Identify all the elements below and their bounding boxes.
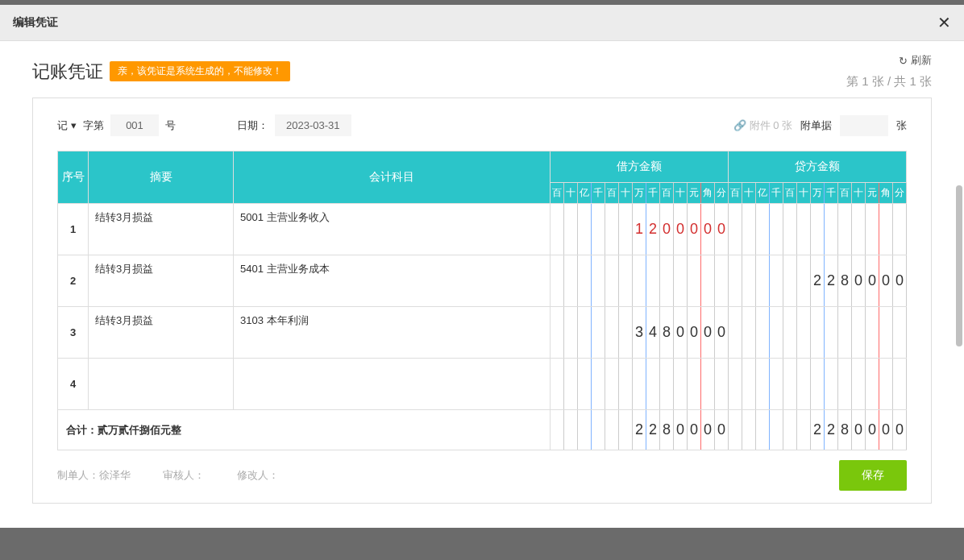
digit-cell[interactable] [838,204,852,255]
digit-cell[interactable] [688,255,701,307]
digit-cell[interactable]: 0 [674,307,688,359]
digit-cell[interactable]: 3 [633,307,646,359]
digit-cell[interactable]: 8 [838,255,852,307]
digit-cell[interactable] [893,204,907,255]
digit-cell[interactable] [783,255,797,307]
digit-cell[interactable] [551,359,564,410]
digit-cell[interactable] [646,359,660,410]
digit-cell[interactable] [756,410,770,450]
digit-cell[interactable] [825,307,838,359]
digit-cell[interactable]: 2 [825,255,838,307]
digit-cell[interactable]: 2 [646,204,660,255]
digit-cell[interactable] [838,307,852,359]
digit-cell[interactable] [578,307,592,359]
row-summary[interactable]: 结转3月损益 [89,255,234,307]
digit-cell[interactable] [605,410,619,450]
row-account[interactable] [234,359,551,410]
digit-cell[interactable] [715,255,729,307]
digit-cell[interactable] [578,255,592,307]
digit-cell[interactable] [797,204,811,255]
digit-cell[interactable] [592,204,605,255]
digit-cell[interactable]: 0 [852,410,866,450]
digit-cell[interactable] [838,359,852,410]
digit-cell[interactable] [564,307,578,359]
digit-cell[interactable] [783,204,797,255]
digit-cell[interactable] [866,204,879,255]
digit-cell[interactable] [742,204,756,255]
digit-cell[interactable]: 8 [660,410,674,450]
digit-cell[interactable] [688,359,701,410]
digit-cell[interactable] [879,359,893,410]
digit-cell[interactable] [742,410,756,450]
digit-cell[interactable]: 1 [633,204,646,255]
digit-cell[interactable] [592,255,605,307]
digit-cell[interactable]: 0 [674,204,688,255]
digit-cell[interactable]: 0 [879,410,893,450]
digit-cell[interactable] [783,307,797,359]
digit-cell[interactable] [674,359,688,410]
digit-cell[interactable] [605,255,619,307]
digit-cell[interactable]: 0 [660,204,674,255]
digit-cell[interactable] [619,255,633,307]
row-summary[interactable] [89,359,234,410]
digit-cell[interactable] [578,410,592,450]
digit-cell[interactable]: 0 [866,255,879,307]
digit-cell[interactable] [797,410,811,450]
digit-cell[interactable] [564,359,578,410]
digit-cell[interactable] [756,204,770,255]
digit-cell[interactable]: 0 [688,204,701,255]
digit-cell[interactable] [578,204,592,255]
digit-cell[interactable] [770,255,783,307]
digit-cell[interactable] [551,204,564,255]
digit-cell[interactable]: 0 [852,255,866,307]
digit-cell[interactable] [879,204,893,255]
digit-cell[interactable] [852,307,866,359]
digit-cell[interactable] [742,255,756,307]
digit-cell[interactable] [742,359,756,410]
digit-cell[interactable] [592,307,605,359]
row-account[interactable]: 5001 主营业务收入 [234,204,551,255]
digit-cell[interactable] [797,359,811,410]
digit-cell[interactable] [866,307,879,359]
digit-cell[interactable]: 2 [825,410,838,450]
digit-cell[interactable] [605,359,619,410]
digit-cell[interactable] [756,255,770,307]
digit-cell[interactable]: 0 [674,410,688,450]
digit-cell[interactable] [715,359,729,410]
digit-cell[interactable] [551,255,564,307]
digit-cell[interactable] [783,359,797,410]
digit-cell[interactable] [742,307,756,359]
digit-cell[interactable] [825,359,838,410]
digit-cell[interactable]: 0 [715,307,729,359]
digit-cell[interactable]: 0 [701,204,715,255]
digit-cell[interactable] [674,255,688,307]
digit-cell[interactable]: 0 [715,204,729,255]
digit-cell[interactable] [646,255,660,307]
digit-cell[interactable] [660,255,674,307]
digit-cell[interactable] [564,255,578,307]
digit-cell[interactable] [619,359,633,410]
digit-cell[interactable]: 2 [811,255,825,307]
digit-cell[interactable] [592,359,605,410]
row-account[interactable]: 5401 主营业务成本 [234,255,551,307]
digit-cell[interactable] [770,307,783,359]
digit-cell[interactable]: 0 [701,410,715,450]
digit-cell[interactable]: 2 [646,410,660,450]
digit-cell[interactable] [756,307,770,359]
digit-cell[interactable]: 2 [633,410,646,450]
voucher-number-input[interactable]: 001 [110,114,159,136]
digit-cell[interactable] [729,307,742,359]
digit-cell[interactable] [551,410,564,450]
digit-cell[interactable] [551,307,564,359]
digit-cell[interactable] [729,359,742,410]
digit-cell[interactable] [729,255,742,307]
digit-cell[interactable] [578,359,592,410]
digit-cell[interactable] [893,307,907,359]
digit-cell[interactable] [866,359,879,410]
digit-cell[interactable] [619,307,633,359]
digit-cell[interactable]: 0 [688,410,701,450]
digit-cell[interactable] [605,204,619,255]
attachment-link[interactable]: 🔗 附件 0 张 [733,118,792,133]
digit-cell[interactable] [701,359,715,410]
close-icon[interactable]: ✕ [937,13,951,32]
